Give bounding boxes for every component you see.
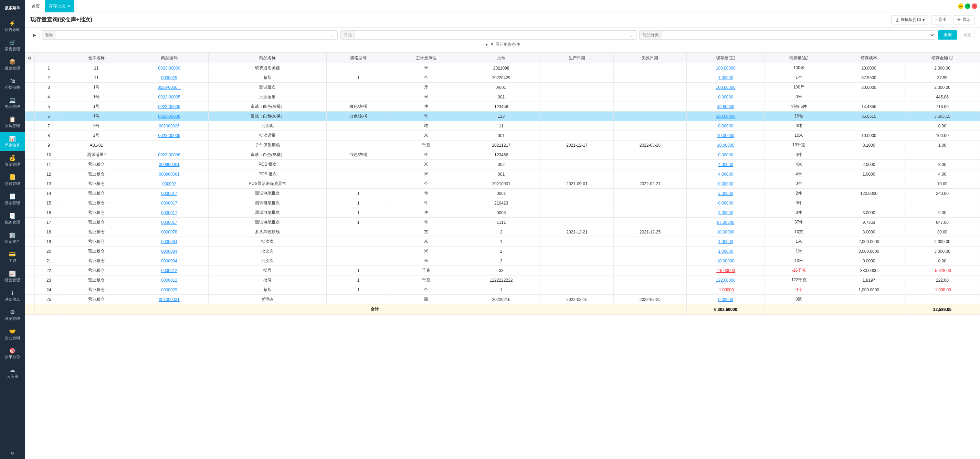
sidebar-item-mini-ecom[interactable]: 🛍 小鹅电商 [0,74,25,93]
table-row[interactable]: 25 营业粮仓 001000031 鲜鱼A 瓶 20220216 2022-02… [25,295,980,304]
table-row[interactable]: 3 1号 0023-0000... 测试批次 斤 A001 100.00000 … [25,83,980,92]
sidebar-item-basic-info[interactable]: ℹ 基础信息 [0,286,25,305]
cell-code[interactable]: 0000084 [130,256,208,266]
col-expire-header[interactable]: 失效日期 [613,53,687,63]
category-select[interactable] [894,31,935,39]
table-row[interactable]: 13 营业粮仓 000097 POS显示米保质异常 个 20210901 202… [25,179,980,189]
cell-code[interactable]: 0000084 [130,247,208,256]
sidebar-item-collab[interactable]: 🤝 企业协同 [0,325,25,344]
cell-code[interactable]: 000900001 [130,169,208,179]
table-row[interactable]: 14 营业粮仓 0000017 测试电笔批次 1 件 0001 2.00000 … [25,189,980,198]
window-close-btn[interactable]: × [972,3,977,9]
col-qty-main-header[interactable]: 现存量(主) [687,53,765,63]
cell-qty-main[interactable]: 2.00000 [687,189,765,198]
cell-qty-main[interactable]: 0.00000 [687,92,765,102]
window-min-btn[interactable]: — [958,3,964,9]
table-row[interactable]: 16 营业粮仓 0000017 测试电笔批次 1 件 0003 3.00000 … [25,208,980,218]
sidebar-item-tax[interactable]: 📑 税务管理 [0,209,25,228]
cell-code[interactable]: 0000012 [130,266,208,276]
cell-qty-main[interactable]: 3.00000 [687,208,765,218]
export-btn[interactable]: ↑ 导出 [931,15,950,24]
col-unit-header[interactable]: 主计量单位 [390,53,462,63]
cell-code[interactable]: 001000026 [130,121,208,131]
cell-qty-main[interactable]: 0.00000 [687,121,765,131]
cell-code[interactable]: 0000012 [130,276,208,285]
print-btn[interactable]: 🖨 按模板打印 ▾ [891,15,928,24]
cell-qty-main[interactable]: 100.00000 [687,112,765,121]
cell-code[interactable]: 0000084 [130,237,208,247]
col-qty-store-header[interactable]: 现存量(盘) [765,53,833,63]
sidebar-item-invoice[interactable]: 🧾 发票管理 [0,190,25,209]
goods-filter-dots[interactable]: ... [627,31,636,39]
cell-code[interactable]: 0000029 [130,285,208,295]
col-name-header[interactable]: 商品名称 [208,53,327,63]
table-row[interactable]: 10 测试适量2 0023-00008 富诚（白色/灰橘） 白色/灰橘 件 12… [25,150,980,160]
table-row[interactable]: 12 营业粮仓 000900001 POS 批次 米 001 4.00000 4… [25,169,980,179]
window-max-btn[interactable]: □ [965,3,970,9]
cell-code[interactable]: 001000031 [130,295,208,304]
cell-qty-main[interactable]: 0.00000 [687,150,765,160]
table-row[interactable]: 19 营业粮仓 0000084 批次次 米 1 1.00000 1米 2,000… [25,237,980,247]
table-row[interactable]: 1 11 0023-00009 软双通用帅佳 米 2021098 100.000… [25,63,980,73]
cell-qty-main[interactable]: 1.00000 [687,247,765,256]
warehouse-filter-input[interactable] [56,31,328,39]
table-row[interactable]: 7 2号 001000026 批次昵 吨 11 0.00000 0吨 0.00 [25,121,980,131]
sidebar-item-fixed-assets[interactable]: 🏢 固定资产 [0,228,25,247]
active-tab[interactable]: 库存批次 × [45,0,74,13]
cell-qty-main[interactable]: 0.00000 [687,198,765,208]
col-produce-header[interactable]: 生产日期 [541,53,614,63]
cell-qty-main[interactable]: -1.00000 [687,285,765,295]
cell-code[interactable]: 0023-00005 [130,92,208,102]
cell-code[interactable]: 0023-0000... [130,83,208,92]
table-row[interactable]: 17 营业粮仓 0000017 测试电笔批次 1 件 1111 87.00000… [25,218,980,227]
cell-code[interactable]: 000097 [130,179,208,189]
cell-qty-main[interactable]: 10.00000 [687,256,765,266]
col-warehouse-header[interactable]: 仓库名称 [63,53,130,63]
cell-code[interactable]: 0000017 [130,208,208,218]
cell-qty-main[interactable]: 1.00000 [687,73,765,83]
table-row[interactable]: 9 A01-01 子件保质期粮 千克 20211217 2021-12-17 2… [25,140,980,150]
table-row[interactable]: 4 1号 0023-00005 批次适量 米 001 0.00000 0米 44… [25,92,980,102]
cell-code[interactable]: 0000078 [130,227,208,237]
table-row[interactable]: 11 营业粮仓 000900001 POS 批次 米 002 4.00000 4… [25,160,980,169]
show-btn[interactable]: 👁 显示 [953,15,975,24]
cell-qty-main[interactable]: 1.00000 [687,237,765,247]
sidebar-item-retail[interactable]: 🛒 零售管理 [0,36,25,55]
cell-qty-main[interactable]: 10.00000 [687,227,765,237]
cell-qty-main[interactable]: 4.00000 [687,160,765,169]
cell-qty-main[interactable]: 100.00000 [687,83,765,92]
cell-code[interactable] [130,140,208,150]
table-row[interactable]: 18 营业粮仓 0000078 多头黑色软线 支 2 2021-12-21 20… [25,227,980,237]
warehouse-filter-dots[interactable]: ... [328,31,337,39]
cell-qty-main[interactable]: 0.00000 [687,179,765,189]
col-total-cost-header[interactable]: 结存金额 ⓘ [905,53,980,63]
filter-expand-btn[interactable]: ▶ [30,31,39,39]
close-tab-btn[interactable]: × [67,4,70,9]
cell-code[interactable]: 000900001 [130,160,208,169]
sidebar-settings-btn[interactable]: ⚙ [0,448,25,459]
table-row[interactable]: 6 1号 0023-00008 富诚（白色/灰橘） 白色/灰橘 件 123 10… [25,112,980,121]
cell-code[interactable]: 0023-00008 [130,150,208,160]
sidebar-item-inventory[interactable]: 📊 库存核算 [0,132,25,151]
cell-code[interactable]: 0023-00008 [130,112,208,121]
cell-code[interactable]: 0000017 [130,189,208,198]
category-filter-input[interactable] [662,31,894,39]
cell-code[interactable]: 0000017 [130,198,208,208]
sidebar-item-finance[interactable]: 💰 资金管理 [0,151,25,171]
sidebar-logo[interactable]: 搜索菜单 [0,3,25,15]
home-tab[interactable]: 首页 [27,0,44,13]
col-spec-header[interactable]: 规格型号 [327,53,390,63]
col-batch-header[interactable]: 批号 [462,53,541,63]
col-setting-header[interactable]: ⚙ [25,53,35,63]
goods-filter-input[interactable] [355,31,627,39]
search-btn[interactable]: 查询 [938,30,957,40]
sidebar-item-purchase[interactable]: 📋 采购管理 [0,113,25,132]
expand-conditions-btn[interactable]: ▼ ▼ 展开更多条件 [30,40,975,49]
filter-settings-link[interactable]: 设置 [960,31,975,39]
table-row[interactable]: 15 营业粮仓 0000017 测试电笔批次 1 件 210423 0.0000… [25,198,980,208]
sidebar-item-system[interactable]: ⚙ 系统管理 [0,305,25,325]
sidebar-item-quick-nav[interactable]: ⚡ 快捷导航 [0,16,25,36]
cell-qty-main[interactable]: 10.00000 [687,140,765,150]
table-row[interactable]: 8 2号 0023-00005 批次适量 米 001 10.00000 10米 … [25,131,980,140]
cell-qty-main[interactable]: 87.00000 [687,218,765,227]
